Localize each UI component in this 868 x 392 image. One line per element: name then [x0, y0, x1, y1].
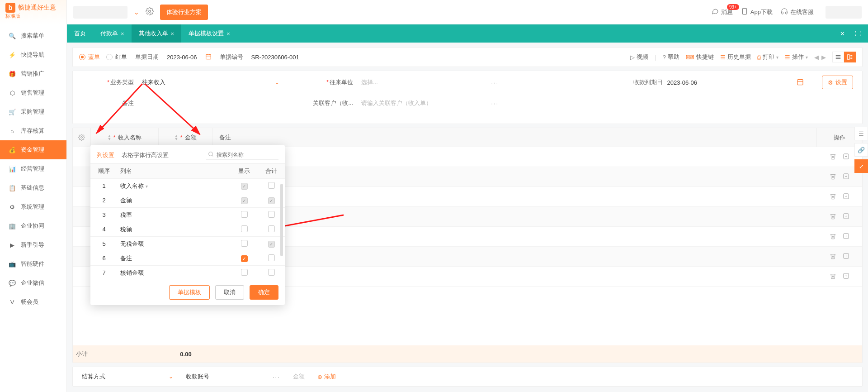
- history-link[interactable]: ☰历史单据: [720, 53, 751, 61]
- partner-select[interactable]: 选择... ···: [358, 76, 502, 89]
- sidebar-item-1[interactable]: ⚡快捷导航: [0, 45, 66, 64]
- show-checkbox[interactable]: [241, 211, 248, 218]
- support-link[interactable]: 在线客服: [781, 8, 814, 16]
- chevron-down-icon[interactable]: ⌄: [169, 373, 173, 380]
- popup-ok-button[interactable]: 确定: [250, 285, 278, 300]
- sidebar-item-14[interactable]: V畅会员: [0, 292, 66, 311]
- sidebar-item-13[interactable]: 💬企业微信: [0, 273, 66, 292]
- nav-icon: 📋: [8, 184, 16, 192]
- sidebar-item-7[interactable]: 📊经营管理: [0, 159, 66, 178]
- gear-icon[interactable]: [146, 7, 154, 17]
- chevron-down-icon[interactable]: ⌄: [134, 9, 139, 16]
- add-row-icon[interactable]: [843, 213, 849, 221]
- sidebar-item-0[interactable]: 🔍搜索菜单: [0, 26, 66, 45]
- sidebar-item-8[interactable]: 📋基础信息: [0, 178, 66, 197]
- delete-row-icon[interactable]: [830, 193, 836, 201]
- sidebar-item-6[interactable]: 💰资金管理: [0, 140, 66, 159]
- link-customer-input[interactable]: 请输入关联客户（收入单） ···: [358, 96, 502, 110]
- show-checkbox[interactable]: [241, 269, 248, 276]
- user-area-placeholder[interactable]: [826, 6, 862, 19]
- delete-row-icon[interactable]: [830, 153, 836, 161]
- video-link[interactable]: ▷视频: [630, 53, 648, 61]
- tab-0[interactable]: 首页: [67, 24, 93, 43]
- popup-search-input[interactable]: [217, 152, 277, 158]
- settings-button[interactable]: ⚙ 设置: [822, 76, 853, 89]
- show-checkbox[interactable]: [241, 183, 248, 190]
- delete-row-icon[interactable]: [830, 233, 836, 241]
- tab-close-icon[interactable]: ×: [171, 30, 175, 37]
- sidebar-item-12[interactable]: 📺智能硬件: [0, 254, 66, 273]
- chevron-down-icon[interactable]: ▾: [146, 184, 148, 189]
- help-link[interactable]: ?帮助: [663, 53, 679, 61]
- col-amount[interactable]: ▲▼*金额: [159, 128, 213, 147]
- sidebar-item-3[interactable]: ⬡销售管理: [0, 83, 66, 102]
- close-tab-icon[interactable]: ✕: [836, 28, 848, 39]
- column-settings-icon[interactable]: [73, 128, 91, 147]
- popup-search[interactable]: [206, 150, 278, 160]
- sum-checkbox[interactable]: [268, 254, 275, 261]
- sidebar-item-9[interactable]: ⚙系统管理: [0, 197, 66, 216]
- add-row-icon[interactable]: [843, 193, 849, 201]
- delete-row-icon[interactable]: [830, 253, 836, 261]
- popup-template-button[interactable]: 单据模板: [169, 285, 210, 300]
- ellipsis-icon[interactable]: ···: [273, 373, 280, 380]
- popup-tab-font[interactable]: 表格字体行高设置: [122, 151, 169, 159]
- sidebar-item-5[interactable]: ⌂库存核算: [0, 121, 66, 140]
- add-row-icon[interactable]: [843, 233, 849, 241]
- sum-checkbox[interactable]: [268, 211, 275, 218]
- doc-date-value[interactable]: 2023-06-06: [167, 54, 197, 61]
- tab-close-icon[interactable]: ×: [121, 30, 124, 37]
- add-settlement-link[interactable]: ⊕ 添加: [317, 373, 336, 381]
- tool-note-icon[interactable]: ☰: [854, 127, 868, 140]
- show-checkbox[interactable]: [241, 225, 248, 232]
- delete-row-icon[interactable]: [830, 272, 836, 281]
- sidebar-item-10[interactable]: 🏢企业协同: [0, 216, 66, 235]
- app-download-link[interactable]: App下载: [741, 8, 773, 16]
- show-checkbox[interactable]: [241, 197, 248, 204]
- sum-checkbox[interactable]: [268, 182, 275, 189]
- radio-blue[interactable]: 蓝单: [79, 53, 100, 61]
- col-note[interactable]: 备注: [213, 128, 817, 147]
- sum-checkbox[interactable]: [268, 197, 275, 204]
- messages-link[interactable]: 消息 99+: [712, 8, 733, 16]
- expand-icon[interactable]: ⛶: [852, 28, 863, 39]
- tool-expand-icon[interactable]: ⤢: [854, 159, 868, 173]
- print-link[interactable]: ⎙打印▾: [757, 53, 778, 61]
- radio-red[interactable]: 红单: [106, 53, 127, 61]
- shortcut-link[interactable]: ⌨快捷键: [686, 53, 714, 61]
- sum-checkbox[interactable]: [268, 225, 275, 232]
- popup-cancel-button[interactable]: 取消: [215, 285, 244, 300]
- viewmode-detail[interactable]: [844, 52, 856, 62]
- show-checkbox[interactable]: [241, 255, 248, 262]
- delete-row-icon[interactable]: [830, 173, 836, 181]
- add-row-icon[interactable]: [843, 173, 849, 181]
- calendar-icon[interactable]: [797, 78, 804, 87]
- viewmode-list[interactable]: [832, 52, 844, 62]
- sidebar-item-4[interactable]: 🛒采购管理: [0, 102, 66, 121]
- delete-row-icon[interactable]: [830, 213, 836, 221]
- biz-type-select[interactable]: 往来收入 ⌄: [138, 76, 283, 89]
- popup-scrollbar[interactable]: [280, 184, 283, 256]
- next-doc-icon[interactable]: ▶: [821, 54, 826, 61]
- trial-button[interactable]: 体验行业方案: [160, 5, 208, 20]
- add-row-icon[interactable]: [843, 253, 849, 261]
- add-row-icon[interactable]: [843, 272, 849, 281]
- popup-tab-columns[interactable]: 列设置: [97, 151, 114, 159]
- tool-attach-icon[interactable]: 🔗: [854, 143, 868, 157]
- add-row-icon[interactable]: [843, 153, 849, 161]
- tab-1[interactable]: 付款单×: [93, 24, 132, 43]
- tab-2[interactable]: 其他收入单×: [132, 24, 182, 43]
- tab-3[interactable]: 单据模板设置×: [181, 24, 237, 43]
- sum-checkbox[interactable]: [268, 269, 275, 276]
- due-date-value[interactable]: 2023-06-06: [667, 79, 698, 86]
- note-input[interactable]: [138, 96, 283, 110]
- tab-close-icon[interactable]: ×: [226, 30, 230, 37]
- sidebar-item-2[interactable]: 🎁营销推广: [0, 64, 66, 83]
- calendar-icon[interactable]: [205, 53, 212, 61]
- col-income-name[interactable]: ▲▼*收入名称: [91, 128, 159, 147]
- show-checkbox[interactable]: [241, 240, 248, 247]
- sidebar-item-11[interactable]: ▶新手引导: [0, 235, 66, 254]
- operate-link[interactable]: ☰操作▾: [785, 53, 808, 61]
- prev-doc-icon[interactable]: ◀: [814, 54, 819, 61]
- sum-checkbox[interactable]: [268, 241, 275, 248]
